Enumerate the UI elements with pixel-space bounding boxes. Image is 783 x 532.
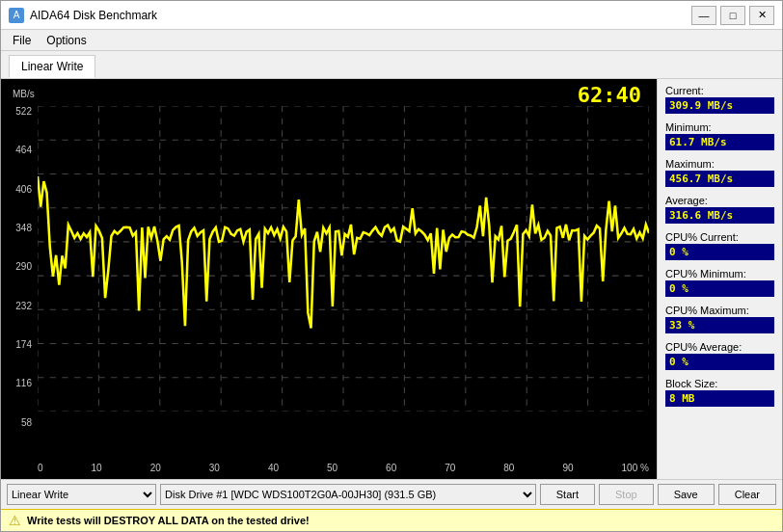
average-label: Average:	[665, 195, 774, 206]
cpu-current-value: 0 %	[665, 244, 774, 260]
title-controls: — □ ✕	[691, 6, 774, 25]
close-button[interactable]: ✕	[749, 6, 774, 25]
right-panel: Current: 309.9 MB/s Minimum: 61.7 MB/s M…	[657, 79, 782, 479]
mb-label: MB/s	[13, 89, 35, 99]
tab-bar: Linear Write	[1, 51, 782, 78]
title-bar-left: A AIDA64 Disk Benchmark	[9, 8, 157, 23]
cpu-minimum-label: CPU% Minimum:	[665, 268, 774, 279]
main-window: A AIDA64 Disk Benchmark — □ ✕ File Optio…	[0, 0, 783, 532]
cpu-average-value: 0 %	[665, 354, 774, 370]
cpu-current-label: CPU% Current:	[665, 231, 774, 243]
cpu-maximum-value: 33 %	[665, 317, 774, 333]
title-bar: A AIDA64 Disk Benchmark — □ ✕	[1, 1, 782, 30]
main-area: MB/s 62:40 522 464 406 348 290 232 174 1…	[1, 78, 782, 479]
app-icon: A	[9, 8, 24, 23]
warning-text: Write tests will DESTROY ALL DATA on the…	[27, 515, 310, 526]
controls-row: Linear Write Disk Drive #1 [WDC WDS100T2…	[1, 480, 782, 509]
average-stat: Average: 316.6 MB/s	[665, 195, 774, 224]
maximum-stat: Maximum: 456.7 MB/s	[665, 158, 774, 187]
current-label: Current:	[665, 85, 774, 96]
block-size-stat: Block Size: 8 MB	[665, 378, 774, 407]
save-button[interactable]: Save	[658, 484, 715, 505]
warning-row: ⚠ Write tests will DESTROY ALL DATA on t…	[1, 509, 782, 531]
cpu-average-stat: CPU% Average: 0 %	[665, 341, 774, 370]
tab-linear-write[interactable]: Linear Write	[9, 55, 95, 78]
minimum-stat: Minimum: 61.7 MB/s	[665, 121, 774, 150]
cpu-average-label: CPU% Average:	[665, 341, 774, 353]
x-axis: 0 10 20 30 40 50 60 70 80 90 100 %	[38, 463, 649, 473]
cpu-maximum-stat: CPU% Maximum: 33 %	[665, 305, 774, 333]
minimize-button[interactable]: —	[691, 6, 716, 25]
cpu-minimum-value: 0 %	[665, 280, 774, 297]
chart-svg	[38, 106, 649, 412]
clear-button[interactable]: Clear	[718, 484, 776, 505]
timer-display: 62:40	[578, 83, 641, 107]
drive-select[interactable]: Disk Drive #1 [WDC WDS100T2G0A-00JH30] (…	[160, 484, 536, 505]
maximum-label: Maximum:	[665, 158, 774, 170]
window-title: AIDA64 Disk Benchmark	[30, 9, 157, 22]
minimum-label: Minimum:	[665, 121, 774, 133]
cpu-maximum-label: CPU% Maximum:	[665, 305, 774, 316]
maximum-value: 456.7 MB/s	[665, 171, 774, 187]
y-axis: 522 464 406 348 290 232 174 116 58	[3, 106, 32, 456]
chart-area: MB/s 62:40 522 464 406 348 290 232 174 1…	[1, 79, 657, 479]
cpu-minimum-stat: CPU% Minimum: 0 %	[665, 268, 774, 297]
current-value: 309.9 MB/s	[665, 97, 774, 114]
menu-file[interactable]: File	[5, 32, 39, 49]
cpu-current-stat: CPU% Current: 0 %	[665, 231, 774, 260]
stop-button[interactable]: Stop	[599, 484, 654, 505]
start-button[interactable]: Start	[540, 484, 595, 505]
chart-container: MB/s 62:40 522 464 406 348 290 232 174 1…	[1, 79, 657, 479]
block-size-value: 8 MB	[665, 390, 774, 407]
test-type-select[interactable]: Linear Write	[7, 484, 156, 505]
block-size-label: Block Size:	[665, 378, 774, 389]
menu-options[interactable]: Options	[39, 32, 94, 49]
minimum-value: 61.7 MB/s	[665, 134, 774, 150]
current-stat: Current: 309.9 MB/s	[665, 85, 774, 114]
average-value: 316.6 MB/s	[665, 207, 774, 224]
menu-bar: File Options	[1, 30, 782, 51]
warning-icon: ⚠	[9, 513, 21, 528]
maximize-button[interactable]: □	[720, 6, 745, 25]
bottom-bar: Linear Write Disk Drive #1 [WDC WDS100T2…	[1, 479, 782, 531]
